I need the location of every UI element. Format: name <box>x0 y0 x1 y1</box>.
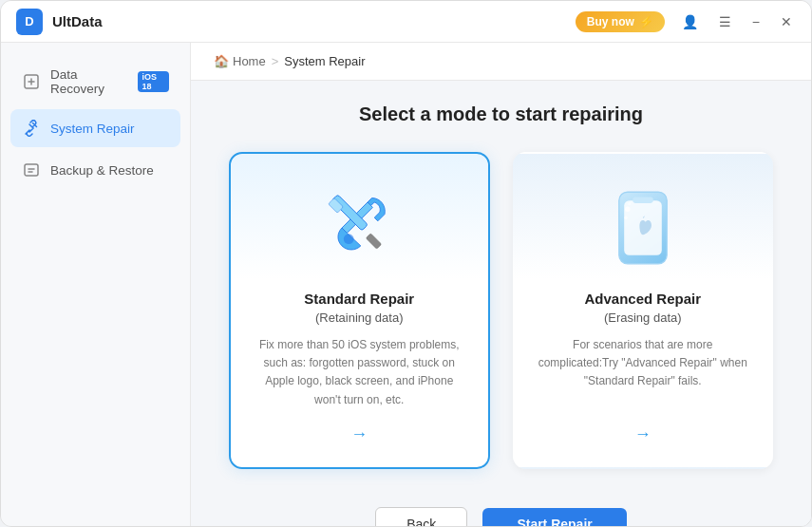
content-inner: Select a mode to start repairing <box>191 81 811 492</box>
user-button[interactable]: 👤 <box>678 12 702 31</box>
breadcrumb-current: System Repair <box>284 54 365 68</box>
menu-button[interactable]: ☰ <box>715 12 735 31</box>
sidebar-label-data-recovery: Data Recovery <box>50 67 124 96</box>
sidebar-item-data-recovery[interactable]: Data Recovery iOS 18 <box>10 58 180 105</box>
sidebar-label-system-repair: System Repair <box>50 122 135 136</box>
ios-badge: iOS 18 <box>138 71 169 92</box>
title-bar: D UltData Buy now ⚡ 👤 ☰ − ✕ <box>1 1 811 43</box>
cards-row: Standard Repair (Retaining data) Fix mor… <box>229 152 773 469</box>
title-bar-right: Buy now ⚡ 👤 ☰ − ✕ <box>576 11 796 32</box>
home-icon: 🏠 <box>214 54 229 68</box>
standard-repair-icon-area <box>312 180 406 275</box>
start-repair-button[interactable]: Start Repair <box>482 508 626 526</box>
system-repair-icon <box>22 119 41 138</box>
svg-rect-5 <box>366 234 382 250</box>
advanced-repair-desc: For scenarios that are more complicated:… <box>538 336 749 391</box>
page-title: Select a mode to start repairing <box>359 104 643 125</box>
sidebar: Data Recovery iOS 18 System Repair Backu… <box>1 43 191 526</box>
standard-repair-subtitle: (Retaining data) <box>315 311 404 325</box>
sidebar-item-backup-restore[interactable]: Backup & Restore <box>10 151 180 189</box>
app-logo: D <box>16 9 43 35</box>
breadcrumb-separator: > <box>272 54 279 68</box>
svg-rect-8 <box>633 198 653 203</box>
advanced-repair-arrow: → <box>634 424 651 444</box>
standard-repair-arrow: → <box>350 424 368 444</box>
standard-repair-card[interactable]: Standard Repair (Retaining data) Fix mor… <box>229 152 490 469</box>
svg-point-10 <box>624 216 628 219</box>
close-button[interactable]: ✕ <box>777 12 796 31</box>
bottom-bar: Back Start Repair <box>191 492 811 526</box>
sidebar-label-backup-restore: Backup & Restore <box>50 163 154 178</box>
lightning-icon: ⚡ <box>639 15 653 28</box>
standard-repair-desc: Fix more than 50 iOS system problems, su… <box>254 336 465 409</box>
svg-point-11 <box>628 202 631 205</box>
advanced-repair-card[interactable]: Advanced Repair (Erasing data) For scena… <box>513 152 774 469</box>
breadcrumb: 🏠 Home > System Repair <box>191 43 811 81</box>
breadcrumb-home[interactable]: 🏠 Home <box>214 54 266 68</box>
app-name: UltData <box>52 13 103 29</box>
buy-now-button[interactable]: Buy now ⚡ <box>576 11 665 32</box>
standard-repair-title: Standard Repair <box>304 291 414 307</box>
svg-rect-1 <box>25 164 38 176</box>
sidebar-item-system-repair[interactable]: System Repair <box>10 109 180 147</box>
svg-point-9 <box>625 207 630 212</box>
minimize-button[interactable]: − <box>748 12 764 31</box>
title-bar-left: D UltData <box>16 9 103 35</box>
main-layout: Data Recovery iOS 18 System Repair Backu… <box>1 43 811 526</box>
back-button[interactable]: Back <box>375 507 467 526</box>
advanced-repair-icon-area <box>595 180 690 275</box>
advanced-repair-title: Advanced Repair <box>584 291 701 307</box>
backup-restore-icon <box>22 160 41 179</box>
advanced-repair-subtitle: (Erasing data) <box>604 311 682 325</box>
svg-point-2 <box>344 234 354 244</box>
content-area: 🏠 Home > System Repair Select a mode to … <box>191 43 811 526</box>
data-recovery-icon <box>22 72 41 91</box>
